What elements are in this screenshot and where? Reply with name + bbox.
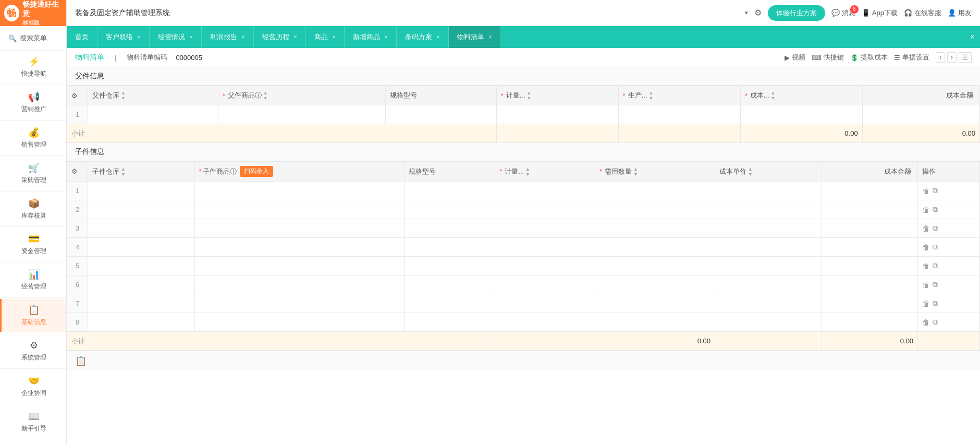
child-cell-warehouse-1[interactable] (88, 182, 195, 200)
parent-cell-cost-1[interactable] (740, 105, 862, 124)
child-cell-warehouse-4[interactable] (88, 238, 195, 257)
cost-action[interactable]: 💲 提取成本 (850, 53, 888, 62)
copy-row-icon-1[interactable]: ⧉ (933, 186, 938, 195)
child-cell-spec-1[interactable] (404, 182, 495, 200)
child-cell-quantity-7[interactable] (595, 294, 715, 313)
child-cell-quantity-5[interactable] (595, 257, 715, 275)
settings-icon[interactable]: ⚙ (754, 8, 762, 18)
nav-tab-7[interactable]: 条码方案× (397, 26, 449, 48)
delete-row-icon-6[interactable]: 🗑 (922, 281, 929, 289)
parent-cell-amount-1[interactable] (862, 105, 979, 124)
tab-close-4[interactable]: × (293, 33, 297, 41)
child-cell-warehouse-2[interactable] (88, 200, 195, 219)
child-cell-product-3[interactable] (194, 219, 404, 238)
nav-tab-3[interactable]: 利润报告× (202, 26, 254, 48)
child-cell-measure-4[interactable] (495, 238, 595, 257)
nav-tab-0[interactable]: 首页 (67, 26, 97, 48)
child-cell-amount-4[interactable] (822, 238, 918, 257)
nav-tab-8[interactable]: 物料清单× (449, 26, 501, 48)
nav-tab-4[interactable]: 经营历程× (254, 26, 306, 48)
online-service-button[interactable]: 🎧 在线客服 (904, 8, 941, 18)
delete-row-icon-8[interactable]: 🗑 (922, 318, 929, 327)
child-cell-warehouse-5[interactable] (88, 257, 195, 275)
child-cell-unitcost-2[interactable] (715, 200, 822, 219)
nav-tab-2[interactable]: 经营情况× (150, 26, 202, 48)
next-page-button[interactable]: › (947, 52, 957, 63)
child-cell-product-5[interactable] (194, 257, 404, 275)
child-cell-product-6[interactable] (194, 275, 404, 294)
child-cell-spec-2[interactable] (404, 200, 495, 219)
child-cell-measure-8[interactable] (495, 313, 595, 332)
parent-col-settings[interactable]: ⚙ (67, 86, 88, 105)
copy-row-icon-6[interactable]: ⧉ (933, 280, 938, 289)
child-cell-measure-6[interactable] (495, 275, 595, 294)
prev-page-button[interactable]: ‹ (936, 52, 945, 63)
breadcrumb-item[interactable]: 物料清单 (75, 53, 104, 62)
child-cell-quantity-8[interactable] (595, 313, 715, 332)
tab-close-8[interactable]: × (488, 33, 492, 41)
child-cell-amount-6[interactable] (822, 275, 918, 294)
sidebar-item-10[interactable]: 🤝企业协同 (0, 370, 66, 403)
child-cell-quantity-2[interactable] (595, 200, 715, 219)
child-cell-measure-7[interactable] (495, 294, 595, 313)
delete-row-icon-7[interactable]: 🗑 (922, 299, 929, 308)
child-cell-product-2[interactable] (194, 200, 404, 219)
tab-close-6[interactable]: × (384, 33, 388, 41)
child-cell-amount-3[interactable] (822, 219, 918, 238)
parent-cell-measure-1[interactable] (496, 105, 618, 124)
sidebar-item-4[interactable]: 🛒采购管理 (0, 157, 66, 190)
sidebar-item-1[interactable]: ⚡快捷导航 (0, 51, 66, 83)
sidebar-item-9[interactable]: ⚙系统管理 (0, 334, 66, 367)
messages-button[interactable]: 💬 消息 6 (831, 8, 855, 18)
child-cell-amount-1[interactable] (822, 182, 918, 200)
child-cell-product-4[interactable] (194, 238, 404, 257)
child-cell-warehouse-3[interactable] (88, 219, 195, 238)
scan-input-button[interactable]: 扫码录入 (240, 166, 273, 177)
nav-tab-6[interactable]: 新增商品× (345, 26, 397, 48)
delete-row-icon-5[interactable]: 🗑 (922, 262, 929, 270)
child-cell-quantity-3[interactable] (595, 219, 715, 238)
shortcut-action[interactable]: ⌨ 快捷键 (812, 53, 844, 62)
parent-cell-spec-1[interactable] (385, 105, 496, 124)
child-cell-warehouse-6[interactable] (88, 275, 195, 294)
tab-close-3[interactable]: × (241, 33, 245, 41)
settings-action[interactable]: ☰ 单据设置 (894, 53, 929, 62)
child-cell-measure-5[interactable] (495, 257, 595, 275)
close-all-tabs-button[interactable]: × (965, 32, 980, 42)
child-cell-measure-2[interactable] (495, 200, 595, 219)
search-menu-button[interactable]: 🔍 搜索菜单 (4, 30, 62, 46)
child-cell-product-7[interactable] (194, 294, 404, 313)
child-cell-measure-3[interactable] (495, 219, 595, 238)
child-cell-spec-5[interactable] (404, 257, 495, 275)
child-cell-unitcost-3[interactable] (715, 219, 822, 238)
child-cell-quantity-1[interactable] (595, 182, 715, 200)
sidebar-item-3[interactable]: 💰销售管理 (0, 122, 66, 154)
child-cell-product-8[interactable] (194, 313, 404, 332)
sidebar-item-8[interactable]: 📋基础信息 (0, 299, 66, 332)
child-cell-spec-7[interactable] (404, 294, 495, 313)
list-view-button[interactable]: ☰ (959, 52, 972, 63)
child-cell-amount-8[interactable] (822, 313, 918, 332)
child-cell-quantity-6[interactable] (595, 275, 715, 294)
child-cell-measure-1[interactable] (495, 182, 595, 200)
copy-row-icon-2[interactable]: ⧉ (933, 205, 938, 214)
child-cell-quantity-4[interactable] (595, 238, 715, 257)
nav-tab-1[interactable]: 客户联络× (97, 26, 150, 48)
child-cell-product-1[interactable] (194, 182, 404, 200)
sidebar-item-2[interactable]: 📢营销推广 (0, 86, 66, 119)
child-cell-unitcost-7[interactable] (715, 294, 822, 313)
parent-cell-product-1[interactable] (218, 105, 385, 124)
user-menu-button[interactable]: 👤 用友 (948, 8, 972, 18)
trial-button[interactable]: 体验行业方案 (768, 5, 825, 21)
app-download-button[interactable]: 📱 App下载 (862, 8, 898, 18)
child-cell-unitcost-5[interactable] (715, 257, 822, 275)
child-cell-amount-2[interactable] (822, 200, 918, 219)
copy-row-icon-7[interactable]: ⧉ (933, 299, 938, 308)
copy-row-icon-4[interactable]: ⧉ (933, 243, 938, 251)
delete-row-icon-1[interactable]: 🗑 (922, 187, 929, 195)
child-cell-unitcost-6[interactable] (715, 275, 822, 294)
tab-close-7[interactable]: × (436, 33, 440, 41)
child-cell-warehouse-8[interactable] (88, 313, 195, 332)
child-cell-spec-3[interactable] (404, 219, 495, 238)
sidebar-item-6[interactable]: 💳资金管理 (0, 228, 66, 261)
